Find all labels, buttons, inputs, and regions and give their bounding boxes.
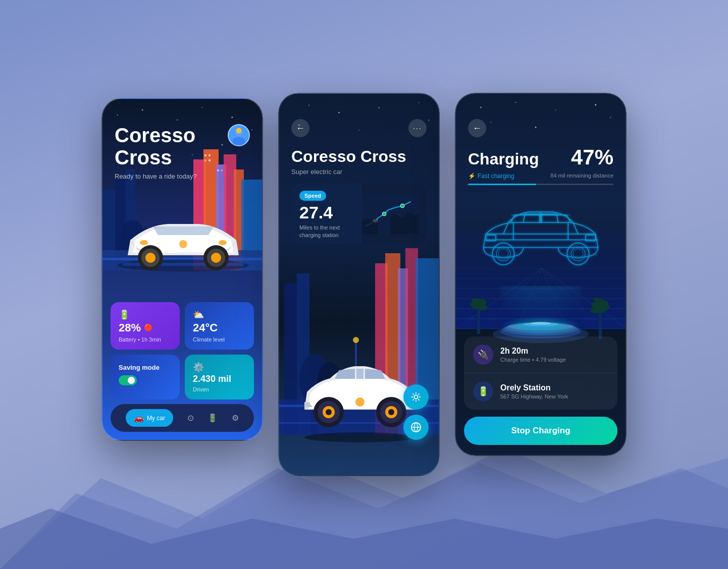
bottom-navigation: 🚗 My car ⊙ 🔋 ⚙ bbox=[111, 404, 254, 432]
charging-row: Charging 47% bbox=[468, 145, 613, 169]
svg-point-134 bbox=[492, 243, 514, 265]
svg-point-71 bbox=[304, 432, 415, 442]
fast-charging-label: ⚡ Fast charging bbox=[468, 173, 514, 180]
nav-my-car-label: My car bbox=[147, 415, 165, 422]
right-back-button[interactable]: ← bbox=[468, 119, 486, 137]
charge-station-row: 🔋 Orely Station 567 SG Highway, New York bbox=[464, 373, 617, 410]
svg-point-73 bbox=[355, 397, 365, 407]
charge-time-icon: 🔌 bbox=[473, 345, 493, 365]
svg-point-84 bbox=[382, 212, 386, 216]
svg-point-43 bbox=[219, 240, 227, 245]
svg-point-85 bbox=[400, 204, 404, 208]
globe-icon bbox=[410, 422, 422, 433]
nav-settings[interactable]: ⊙ bbox=[187, 413, 194, 423]
svg-point-44 bbox=[179, 240, 187, 248]
stop-charging-label: Stop Charging bbox=[511, 426, 570, 435]
battery-card: 🔋 28% 🔴 Battery • 1h 3min bbox=[111, 302, 180, 350]
battery-charging-icon: 🔌 bbox=[478, 349, 489, 360]
charge-progress-fill bbox=[468, 184, 536, 185]
filter-nav-icon: ⚙ bbox=[232, 413, 239, 423]
speed-value: 27.4 bbox=[299, 204, 356, 221]
charge-time-info: 2h 20m Charge time • 4.79 voltage bbox=[500, 347, 566, 363]
speed-section: Speed 27.4 Miles to the next charging st… bbox=[299, 191, 356, 240]
center-phone: ← ··· Coresso Cross Super electric car S… bbox=[278, 93, 440, 476]
float-action-button-2[interactable] bbox=[403, 415, 429, 440]
charging-meta: ⚡ Fast charging 84 mil remaining distanc… bbox=[468, 173, 613, 180]
driven-label: Driven bbox=[193, 386, 246, 392]
title-line2: Cross bbox=[115, 146, 250, 168]
center-car-type: Super electric car bbox=[291, 168, 427, 176]
charging-info-card: 🔌 2h 20m Charge time • 4.79 voltage 🔋 Or… bbox=[464, 336, 617, 410]
stats-grid: 🔋 28% 🔴 Battery • 1h 3min ⛅ 24°C Climate… bbox=[111, 302, 254, 400]
speed-map-card: Speed 27.4 Miles to the next charging st… bbox=[291, 184, 427, 244]
remaining-distance: 84 mil remaining distance bbox=[550, 173, 613, 180]
right-phone: ← Charging 47% ⚡ Fast charging 84 mil re… bbox=[455, 93, 627, 456]
battery-label: Battery • 1h 3min bbox=[119, 336, 172, 343]
nav-filters[interactable]: ⚙ bbox=[232, 413, 239, 423]
app-subtitle: Ready to have a ride today? bbox=[115, 173, 250, 180]
battery-icon: 🔋 bbox=[119, 309, 172, 320]
saving-mode-label: Saving mode bbox=[119, 364, 172, 371]
center-phone-header: ← ··· bbox=[279, 94, 439, 137]
back-button[interactable]: ← bbox=[291, 119, 309, 137]
nav-my-car[interactable]: 🚗 My car bbox=[126, 409, 173, 427]
svg-point-41 bbox=[211, 253, 221, 263]
left-phone: Coresso Cross Ready to have a ride today… bbox=[101, 98, 263, 441]
svg-rect-112 bbox=[599, 309, 602, 339]
svg-point-130 bbox=[500, 316, 581, 336]
svg-point-136 bbox=[567, 243, 589, 265]
svg-point-77 bbox=[326, 409, 332, 415]
map-section bbox=[362, 191, 419, 237]
battery-value: 28% bbox=[119, 321, 141, 334]
app-title: Coresso Cross bbox=[115, 124, 250, 168]
climate-icon: ⛅ bbox=[193, 309, 246, 320]
station-info: Orely Station 567 SG Highway, New York bbox=[500, 383, 568, 400]
speed-description: Miles to the next charging station bbox=[299, 224, 356, 240]
title-line1: Coresso bbox=[115, 124, 250, 146]
driven-value: 2.430 mil bbox=[193, 374, 246, 384]
charging-title: Charging bbox=[468, 150, 539, 168]
svg-point-42 bbox=[140, 240, 148, 245]
more-options-button[interactable]: ··· bbox=[408, 119, 427, 137]
charge-time-row: 🔌 2h 20m Charge time • 4.79 voltage bbox=[464, 336, 617, 373]
fast-charging-text: Fast charging bbox=[478, 173, 514, 180]
driven-card: ⚙️ 2.430 mil Driven bbox=[185, 355, 254, 400]
left-phone-header: Coresso Cross Ready to have a ride today… bbox=[102, 99, 262, 188]
station-address: 567 SG Highway, New York bbox=[500, 393, 568, 400]
charge-nav-icon: 🔋 bbox=[207, 413, 218, 423]
svg-point-89 bbox=[414, 395, 418, 399]
main-scene: Coresso Cross Ready to have a ride today… bbox=[0, 0, 728, 569]
svg-point-38 bbox=[145, 253, 155, 263]
lightning-icon: ⚡ bbox=[468, 173, 476, 180]
charge-time-meta: Charge time • 4.79 voltage bbox=[500, 357, 566, 363]
station-icon: 🔋 bbox=[478, 386, 489, 397]
svg-point-81 bbox=[388, 409, 394, 415]
stop-charging-button[interactable]: Stop Charging bbox=[464, 417, 617, 445]
station-name: Orely Station bbox=[500, 383, 568, 392]
climate-value: 24°C bbox=[193, 321, 246, 334]
center-car-name: Coresso Cross bbox=[291, 147, 427, 166]
saving-mode-toggle[interactable] bbox=[119, 375, 137, 385]
gear-icon bbox=[410, 391, 422, 403]
station-icon-wrap: 🔋 bbox=[473, 381, 493, 402]
car-nav-icon: 🚗 bbox=[134, 413, 144, 423]
charging-percentage: 47% bbox=[571, 145, 613, 169]
climate-label: Climate level bbox=[193, 336, 246, 343]
svg-rect-117 bbox=[477, 306, 480, 334]
float-action-button-1[interactable] bbox=[403, 384, 429, 410]
charge-progress-bar bbox=[468, 184, 613, 185]
wireframe-car bbox=[466, 175, 615, 275]
center-title-section: Coresso Cross Super electric car bbox=[279, 137, 439, 176]
settings-nav-icon: ⊙ bbox=[187, 413, 194, 423]
saving-mode-card: Saving mode bbox=[111, 355, 180, 400]
odometer-icon: ⚙️ bbox=[193, 362, 246, 373]
route-map bbox=[362, 191, 419, 237]
charge-time-value: 2h 20m bbox=[500, 347, 566, 356]
speed-badge: Speed bbox=[299, 191, 326, 201]
nav-charge[interactable]: 🔋 bbox=[207, 413, 218, 423]
battery-alert-icon: 🔴 bbox=[144, 323, 152, 331]
right-phone-header: ← Charging 47% ⚡ Fast charging 84 mil re… bbox=[456, 94, 626, 185]
climate-card: ⛅ 24°C Climate level bbox=[185, 302, 254, 350]
